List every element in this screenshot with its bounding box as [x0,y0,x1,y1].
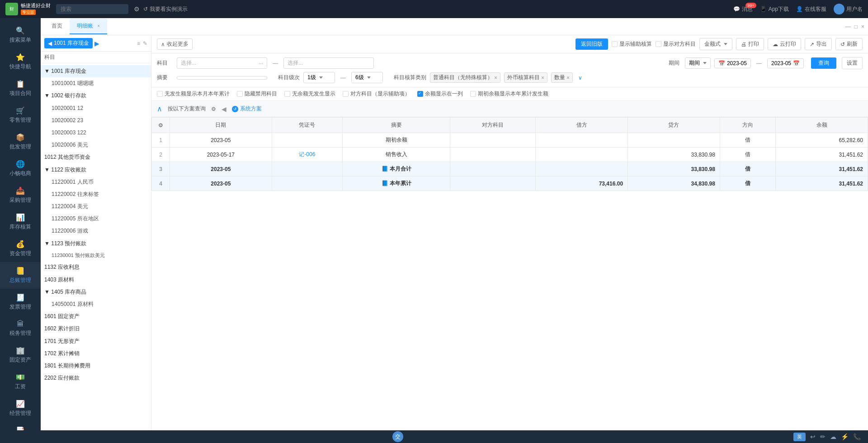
sidebar-item-purchase[interactable]: 📥 采购管理 [0,182,41,209]
tree-item-1012[interactable]: 1012 其他货币资金 [41,151,151,163]
period-type-select[interactable]: 期间 [685,57,711,69]
sidebar-item-salary[interactable]: 💵 工资 [0,368,41,395]
show-opposite-checkbox[interactable]: 显示对方科目 [656,40,696,48]
refresh-button[interactable]: ↺ 刷新 [835,38,863,50]
sidebar-item-invoice[interactable]: 🧾 发票管理 [0,289,41,315]
tag-common-close[interactable]: × [494,75,497,81]
tag-quantity[interactable]: 数量 × [551,72,573,83]
tree-item-10020006[interactable]: 10020006 美元 [41,139,151,151]
period-from-input[interactable]: 📅 2023-05 [714,58,751,68]
summary-input[interactable] [177,76,267,80]
tab-home[interactable]: 首页 [44,19,70,34]
sidebar-item-tax[interactable]: 🏛 税务管理 [0,315,41,342]
sidebar-item-project[interactable]: 📋 项目合同 [0,75,41,102]
return-old-button[interactable]: 返回旧版 [576,38,608,50]
system-method-button[interactable]: ↺ 系统方案 [232,105,262,113]
bottom-icon-2[interactable]: ✏ [820,433,826,440]
tree-item-1002[interactable]: ▼ 1002 银行存款 [41,90,151,102]
tree-item-1001[interactable]: ▼ 1001 库存现金 [41,65,151,77]
sidebar-item-ecom[interactable]: 🌐 小畅电商 [0,155,41,182]
bottom-icon-5[interactable]: 📞 [853,433,861,440]
sidebar-item-ledger[interactable]: 📒 总账管理 [0,262,41,289]
subject-input-end[interactable]: 选择... [283,57,374,69]
search-button[interactable]: 查询 [811,57,836,69]
th-settings[interactable]: ⚙ [152,118,170,133]
tree-item-11220004[interactable]: 11220004 美元 [41,200,151,213]
sidebar-item-finance[interactable]: 💰 资金管理 [0,235,41,262]
bottom-icon-3[interactable]: ☁ [830,433,836,440]
tree-item-11230001[interactable]: 11230001 预付账款美元 [41,250,151,262]
option-hide-disabled[interactable]: 隐藏禁用科目 [237,90,277,98]
app-download-button[interactable]: 📱 App下载 [760,5,789,13]
list-view-icon[interactable]: ≡ [137,40,140,47]
sidebar-item-retail[interactable]: 🛒 零售管理 [0,102,41,129]
tree-item-1801[interactable]: 1801 长期待摊费用 [41,360,151,372]
sidebar-item-quicknav[interactable]: ⭐ 快捷导航 [0,48,41,75]
show-aux-checkbox[interactable]: 显示辅助核算 [612,40,652,48]
tag-foreign-close[interactable]: × [541,75,544,81]
amount-format-button[interactable]: 金额式 [699,38,732,50]
level-to-select[interactable]: 6级 [351,72,383,83]
tree-item-1132[interactable]: 1132 应收利息 [41,261,151,273]
subject-input[interactable]: 选择... ··· [177,57,267,69]
tree-item-11220002[interactable]: 11220002 往来标签 [41,188,151,200]
tree-item-1601[interactable]: 1601 固定资产 [41,310,151,323]
expand-query-icon[interactable]: ∧ [157,105,162,113]
tree-item-10020001[interactable]: 10020001 12 [41,102,151,114]
global-search-input[interactable] [56,4,128,14]
collapse-button[interactable]: ∧ 收起更多 [157,38,193,50]
tab-maximize-button[interactable]: □ [854,24,858,30]
account-nav-next[interactable]: ▶ [94,40,99,47]
sidebar-item-wholesale[interactable]: 📦 批发管理 [0,129,41,155]
tree-item-14050001[interactable]: 14050001 原材料 [41,298,151,310]
option-no-balance[interactable]: 无余额无发生显示 [284,90,335,98]
print-button[interactable]: 🖨 打印 [736,38,764,50]
quantity-expand[interactable]: ∨ [578,75,582,81]
tree-item-1405[interactable]: ▼ 1405 库存商品 [41,286,151,298]
edit-icon[interactable]: ✎ [143,40,147,47]
tab-ledger[interactable]: 明细账 × [70,19,107,34]
bottom-icon-1[interactable]: ↩ [810,433,816,440]
settings-button[interactable]: 设置 [842,57,863,69]
message-button[interactable]: 💬 消息 99+ [733,5,753,13]
row-voucher-2[interactable]: 记-006 [272,148,342,162]
option-balance-one-col[interactable]: 余额显示在一列 [417,90,463,98]
tree-item-11220006[interactable]: 11220006 游戏 [41,225,151,237]
tree-item-1403[interactable]: 1403 原材料 [41,274,151,286]
bottom-chat-button[interactable]: 交 [392,431,403,442]
tree-item-11220001[interactable]: 11220001 人民币 [41,176,151,188]
bottom-icon-4[interactable]: ⚡ [841,433,849,440]
account-search-button[interactable]: ◀ 1001 库存现金 [44,38,93,48]
tab-close-button[interactable]: × [97,24,100,29]
online-service-button[interactable]: 👤 在线客服 [796,5,826,13]
tree-item-10010001[interactable]: 10010001 嗯嗯嗯 [41,77,151,90]
option-opening-balance[interactable]: 期初余额显示本年累计发生额 [470,90,548,98]
option-no-amount[interactable]: 无发生额显示本月本年累计 [157,90,230,98]
filter-icon-btn[interactable]: ⚙ [211,106,216,112]
sidebar-item-operations[interactable]: 📈 经营管理 [0,395,41,422]
tab-minimize-button[interactable]: — [845,24,851,30]
tree-item-11220005[interactable]: 11220005 所在地区 [41,213,151,225]
tree-item-10020003[interactable]: 10020003 122 [41,127,151,139]
sidebar-item-inventory[interactable]: 📊 库存核算 [0,209,41,235]
gear-button[interactable]: ⚙ [134,5,140,13]
collapse-query-icon[interactable]: ◀ [222,105,226,113]
demo-button[interactable]: ↺ 我要看实例演示 [143,5,188,13]
level-from-select[interactable]: 1级 [303,72,335,83]
tree-item-1122[interactable]: ▼ 1122 应收账款 [41,164,151,176]
tree-item-2202[interactable]: 2202 应付账款 [41,372,151,384]
tag-foreign[interactable]: 外币核算科目 × [504,72,547,83]
tree-item-1602[interactable]: 1602 累计折旧 [41,323,151,335]
period-to-input[interactable]: 2023-05 📅 [767,58,804,68]
tree-item-1702[interactable]: 1702 累计摊销 [41,348,151,360]
sidebar-item-search[interactable]: 🔍 搜索菜单 [0,22,41,48]
tree-item-1123[interactable]: ▼ 1123 预付账款 [41,238,151,250]
sidebar-item-fixedassets[interactable]: 🏢 固定资产 [0,342,41,368]
tag-common[interactable]: 普通科目（无特殊核算） × [430,72,500,83]
tab-close-window-button[interactable]: × [861,24,864,30]
cloud-print-button[interactable]: ☁ 云打印 [768,38,801,50]
option-opposite-account[interactable]: 对方科目（显示辅助项） [343,90,410,98]
export-button[interactable]: ↗ 导出 [805,38,832,50]
tree-item-10020002[interactable]: 10020002 23 [41,114,151,127]
tag-quantity-close[interactable]: × [566,75,570,81]
